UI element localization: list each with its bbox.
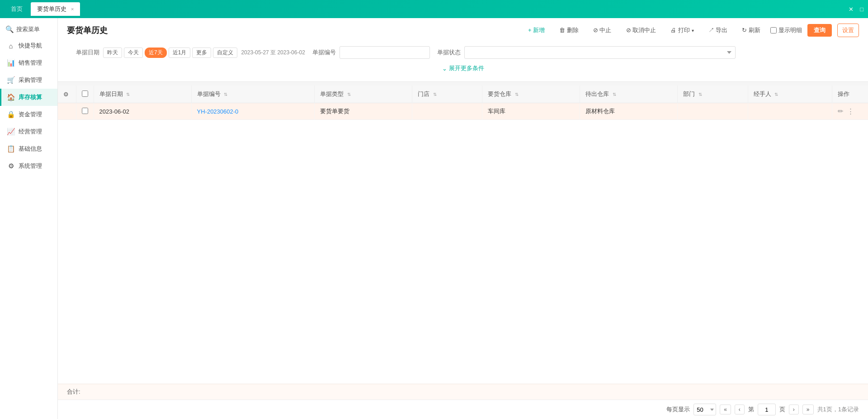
col-req-warehouse[interactable]: 要货仓库 ⇅	[482, 86, 580, 103]
show-detail-checkbox-input[interactable]	[770, 27, 777, 33]
select-all-checkbox[interactable]	[82, 90, 88, 97]
window-close-icon[interactable]: ✕	[849, 6, 854, 13]
row-operations: ✏ ⋮	[832, 103, 868, 120]
cancel-stop-button[interactable]: ⊘ 取消中止	[622, 24, 661, 37]
inventory-icon: 🏠	[7, 93, 15, 101]
col-order-no[interactable]: 单据编号 ⇅	[191, 86, 314, 103]
total-info: 共1页，1条记录	[817, 405, 859, 414]
row-more-icon[interactable]: ⋮	[847, 107, 854, 115]
print-arrow-icon: ▾	[692, 28, 694, 33]
sidebar-item-purchase-mgmt[interactable]: 🛒 采购管理	[0, 71, 57, 89]
col-type-label: 单据类型	[320, 90, 344, 97]
new-button[interactable]: + 新增	[524, 24, 549, 37]
row-checkbox[interactable]	[82, 108, 88, 114]
status-select[interactable]	[464, 46, 736, 59]
operations-icon: 📈	[7, 128, 15, 136]
basic-info-icon: 📋	[7, 145, 15, 153]
sidebar-search[interactable]: 🔍 搜索菜单	[0, 22, 57, 37]
data-table-wrapper: ⚙ 单据日期 ⇅ 单据编号 ⇅ 单据类型	[58, 86, 868, 384]
order-no-sort-icon: ⇅	[224, 92, 227, 97]
order-no-link[interactable]: YH-20230602-0	[197, 108, 239, 115]
next-page-button[interactable]: ›	[789, 405, 799, 414]
export-button[interactable]: ↗ 导出	[704, 24, 732, 37]
page-title-row: 要货单历史 + 新增 🗑 删除 ⊘ 中止 ⊘ 取消中止 🖨 打印 ▾ ↗ 导出 …	[67, 24, 859, 37]
date-yesterday-btn[interactable]: 昨天	[103, 48, 122, 58]
sidebar-item-sales-mgmt[interactable]: 📊 销售管理	[0, 54, 57, 71]
col-store[interactable]: 门店 ⇅	[412, 86, 482, 103]
sidebar-item-sales-label: 销售管理	[19, 59, 42, 67]
sidebar-item-inventory[interactable]: 🏠 库存核算	[0, 89, 57, 106]
table-row: 2023-06-02 YH-20230602-0 要货单要货 车间库 原材料仓库	[58, 103, 868, 120]
sidebar-item-inventory-label: 库存核算	[19, 93, 42, 101]
tab-bar: 首页 要货单历史 ×	[5, 2, 849, 16]
order-no-input[interactable]	[340, 46, 430, 59]
sidebar-item-system-mgmt[interactable]: ⚙ 系统管理	[0, 157, 57, 175]
delete-button[interactable]: 🗑 删除	[555, 24, 583, 37]
row-order-no[interactable]: YH-20230602-0	[191, 103, 314, 120]
date-range-display: 2023-05-27 至 2023-06-02	[241, 49, 305, 57]
show-detail-toggle[interactable]: 显示明细	[770, 26, 802, 34]
date-7days-btn[interactable]: 近7天	[145, 48, 167, 58]
row-edit-icon[interactable]: ✏	[838, 107, 844, 115]
col-settings[interactable]: ⚙	[58, 86, 76, 103]
sidebar-item-finance[interactable]: 🔒 资金管理	[0, 106, 57, 123]
row-dept	[678, 103, 748, 120]
col-operation: 操作	[832, 86, 868, 103]
date-1month-btn[interactable]: 近1月	[169, 48, 191, 58]
sidebar-search-label: 搜索菜单	[16, 25, 40, 33]
sidebar-item-quick-nav[interactable]: ⌂ 快捷导航	[0, 37, 57, 54]
pagination: 每页显示 50 100 200 « ‹ 第 页 › » 共1页，1条记录	[58, 400, 868, 419]
table-footer: 合计:	[58, 384, 868, 400]
expand-more-label: 展开更多条件	[449, 64, 484, 72]
date-more-btn[interactable]: 更多	[192, 48, 211, 58]
sidebar: 🔍 搜索菜单 ⌂ 快捷导航 📊 销售管理 🛒 采购管理 🏠 库存核算 🔒 资金管…	[0, 18, 58, 419]
row-type: 要货单要货	[314, 103, 412, 120]
print-button[interactable]: 🖨 打印 ▾	[666, 24, 698, 37]
page-size-select[interactable]: 50 100 200	[693, 404, 716, 415]
prev-page-button[interactable]: ‹	[735, 405, 745, 414]
sidebar-item-finance-label: 资金管理	[19, 110, 42, 119]
sidebar-item-operations-label: 经营管理	[19, 128, 42, 136]
col-handler-label: 经手人	[754, 90, 771, 97]
date-today-btn[interactable]: 今天	[124, 48, 143, 58]
tab-close-icon[interactable]: ×	[71, 6, 74, 12]
top-bar-right: ✕ □	[849, 6, 863, 13]
page-title: 要货单历史	[67, 25, 108, 36]
page-number-input[interactable]	[758, 404, 776, 415]
first-page-button[interactable]: «	[720, 405, 731, 414]
col-dept-label: 部门	[683, 90, 695, 97]
system-icon: ⚙	[7, 162, 15, 170]
window-minimize-icon[interactable]: □	[860, 6, 863, 13]
store-sort-icon: ⇅	[433, 92, 437, 97]
page-suffix: 页	[779, 405, 785, 414]
row-settings	[58, 103, 76, 120]
toolbar: + 新增 🗑 删除 ⊘ 中止 ⊘ 取消中止 🖨 打印 ▾ ↗ 导出 ↻ 刷新 显…	[524, 24, 859, 37]
date-filter-group: 单据日期 昨天 今天 近7天 近1月 更多 自定义 2023-05-27 至 2…	[76, 48, 305, 58]
last-page-button[interactable]: »	[802, 405, 814, 414]
refresh-button[interactable]: ↻ 刷新	[737, 24, 765, 37]
tab-requisition-history[interactable]: 要货单历史 ×	[31, 2, 80, 16]
page-label: 第	[748, 405, 754, 414]
tab-requisition-history-label: 要货单历史	[37, 5, 66, 13]
date-custom-btn[interactable]: 自定义	[213, 48, 237, 58]
finance-icon: 🔒	[7, 110, 15, 119]
col-dept[interactable]: 部门 ⇅	[678, 86, 748, 103]
col-pending-warehouse[interactable]: 待出仓库 ⇅	[580, 86, 678, 103]
content-area: 要货单历史 + 新增 🗑 删除 ⊘ 中止 ⊘ 取消中止 🖨 打印 ▾ ↗ 导出 …	[58, 18, 868, 419]
col-checkbox[interactable]	[76, 86, 94, 103]
stop-button[interactable]: ⊘ 中止	[589, 24, 616, 37]
sidebar-item-basic-info[interactable]: 📋 基础信息	[0, 140, 57, 157]
col-handler[interactable]: 经手人 ⇅	[748, 86, 832, 103]
settings-button[interactable]: 设置	[837, 24, 859, 37]
col-date[interactable]: 单据日期 ⇅	[94, 86, 191, 103]
expand-more-button[interactable]: ⌄ 展开更多条件	[439, 62, 488, 74]
sidebar-item-purchase-label: 采购管理	[19, 76, 42, 84]
query-button[interactable]: 查询	[807, 24, 832, 37]
sidebar-item-quick-nav-label: 快捷导航	[19, 42, 42, 50]
tab-home[interactable]: 首页	[5, 2, 29, 16]
sidebar-item-operations[interactable]: 📈 经营管理	[0, 123, 57, 140]
pending-warehouse-sort-icon: ⇅	[613, 92, 616, 97]
col-type[interactable]: 单据类型 ⇅	[314, 86, 412, 103]
req-warehouse-sort-icon: ⇅	[515, 92, 519, 97]
top-bar: 首页 要货单历史 × ✕ □	[0, 0, 868, 18]
